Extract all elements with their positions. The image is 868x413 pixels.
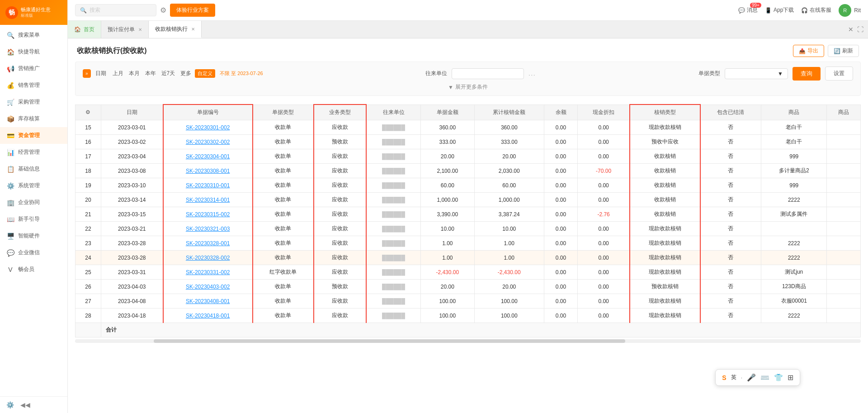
bill-no-link[interactable]: SK-20230328-002 <box>186 255 230 261</box>
bill-no-link[interactable]: SK-20230315-002 <box>186 211 230 218</box>
table-row[interactable]: 22 2023-03-21 SK-20230321-003 收款单 应收款 ██… <box>75 222 861 236</box>
more-dates-btn[interactable]: 更多 <box>179 69 193 78</box>
cell-write-off: 2,030.00 <box>474 164 544 178</box>
table-row[interactable]: 19 2023-03-10 SK-20230310-001 收款单 应收款 ██… <box>75 178 861 193</box>
tab-write-off[interactable]: 收款核销执行 ✕ <box>149 21 202 38</box>
sidebar-item-guide[interactable]: 📖新手引导 <box>0 211 67 228</box>
tab-write-off-close[interactable]: ✕ <box>191 27 195 32</box>
nav-label-system: 系统管理 <box>18 182 40 190</box>
tab-prepayment[interactable]: 预计应付单 ✕ <box>101 21 149 38</box>
filter-expand-button[interactable]: » <box>83 69 91 78</box>
table-row[interactable]: 17 2023-03-04 SK-20230304-001 收款单 应收款 ██… <box>75 149 861 164</box>
col-gear[interactable]: ⚙ <box>75 104 101 120</box>
sidebar-item-enterprise[interactable]: 🏢企业协同 <box>0 194 67 211</box>
cell-product2 <box>827 207 861 222</box>
sidebar-item-inventory[interactable]: 📦库存核算 <box>0 110 67 127</box>
cell-partner: ██████ <box>366 149 420 164</box>
cell-include-settled: 否 <box>700 207 761 222</box>
sidebar-item-marketing[interactable]: 📢营销推广 <box>0 60 67 77</box>
expand-more-button[interactable]: ▼ 展开更多条件 <box>448 83 488 91</box>
tab-prepayment-close[interactable]: ✕ <box>138 27 142 32</box>
bill-no-link[interactable]: SK-20230301-002 <box>186 124 230 131</box>
tab-close-all-icon[interactable]: ✕ <box>848 26 854 33</box>
sidebar-item-hardware[interactable]: 🖥️智能硬件 <box>0 228 67 244</box>
message-button[interactable]: 💬 消息 99+ <box>738 6 758 14</box>
gear-icon[interactable]: ⚙ <box>160 6 166 14</box>
sidebar-item-purchase[interactable]: 🛒采购管理 <box>0 94 67 110</box>
bill-no-link[interactable]: SK-20230302-002 <box>186 139 230 145</box>
last-month-btn[interactable]: 上月 <box>111 69 125 78</box>
ime-shirt-icon[interactable]: 👕 <box>774 373 783 382</box>
cell-product1: 老白干 <box>761 120 827 135</box>
sidebar-item-system[interactable]: ⚙️系统管理 <box>0 177 67 194</box>
cell-amount: 20.00 <box>420 280 474 294</box>
bill-no-link[interactable]: SK-20230408-001 <box>186 298 230 304</box>
cell-partner: ██████ <box>366 178 420 193</box>
query-button[interactable]: 查询 <box>793 67 821 81</box>
scrollbar[interactable] <box>75 339 861 343</box>
bill-no-link[interactable]: SK-20230418-001 <box>186 313 230 319</box>
online-service-button[interactable]: 🎧 在线客服 <box>801 6 831 14</box>
collapse-icon[interactable]: ◀◀ <box>20 401 30 408</box>
user-avatar-area[interactable]: R Rit <box>839 4 861 17</box>
sidebar-item-finance[interactable]: 💳资金管理 <box>0 127 67 144</box>
bill-no-link[interactable]: SK-20230308-001 <box>186 168 230 174</box>
table-row[interactable]: 26 2023-04-03 SK-20230403-002 收款单 预收款 ██… <box>75 280 861 294</box>
solution-button[interactable]: 体验行业方案 <box>170 4 215 17</box>
bill-type-select[interactable]: ▼ <box>725 68 788 79</box>
bill-no-link[interactable]: SK-20230310-001 <box>186 182 230 189</box>
table-row[interactable]: 24 2023-03-28 SK-20230328-002 收款单 应收款 ██… <box>75 251 861 265</box>
sidebar-item-wechat[interactable]: 💬企业微信 <box>0 244 67 261</box>
bill-no-link[interactable]: SK-20230321-003 <box>186 226 230 232</box>
topbar-search[interactable]: 🔍 搜索 <box>75 4 156 16</box>
bill-no-link[interactable]: SK-20230328-001 <box>186 240 230 247</box>
table-container[interactable]: ⚙ 日期 单据编号 单据类型 业务类型 往来单位 单据金额 累计核销金额 余额 … <box>75 104 861 413</box>
settings-icon[interactable]: ⚙️ <box>6 401 14 408</box>
scrollbar-thumb[interactable] <box>154 339 625 343</box>
this-month-btn[interactable]: 本月 <box>127 69 142 78</box>
bill-no-link[interactable]: SK-20230304-001 <box>186 153 230 160</box>
tab-expand-icon[interactable]: ⛶ <box>857 26 863 33</box>
sidebar-item-operations[interactable]: 📊经营管理 <box>0 144 67 161</box>
sidebar-item-member[interactable]: V畅会员 <box>0 261 67 278</box>
last-7-days-btn[interactable]: 近7天 <box>160 69 177 78</box>
ime-mic-icon[interactable]: 🎤 <box>747 373 756 382</box>
table-row[interactable]: 21 2023-03-15 SK-20230315-002 收款单 应收款 ██… <box>75 207 861 222</box>
table-row[interactable]: 16 2023-03-02 SK-20230302-002 收款单 预收款 ██… <box>75 135 861 149</box>
cell-write-off: 100.00 <box>474 294 544 309</box>
ime-keyboard-icon[interactable]: ⌨️ <box>760 373 769 382</box>
sidebar-item-sales[interactable]: 💰销售管理 <box>0 77 67 94</box>
sidebar-item-quick-nav[interactable]: 🏠快捷导航 <box>0 43 67 60</box>
table-row[interactable]: 27 2023-04-08 SK-20230408-001 收款单 应收款 ██… <box>75 294 861 309</box>
cell-balance: 0.00 <box>544 178 578 193</box>
refresh-button[interactable]: 🔄 刷新 <box>828 45 859 57</box>
cell-biz-type: 应收款 <box>314 120 366 135</box>
bill-no-link[interactable]: SK-20230403-002 <box>186 284 230 290</box>
cell-partner: ██████ <box>366 251 420 265</box>
app-download-button[interactable]: 📱 App下载 <box>765 6 794 14</box>
ime-grid-icon[interactable]: ⊞ <box>788 373 793 382</box>
bill-no-link[interactable]: SK-20230331-002 <box>186 269 230 275</box>
nav-icon-quick-nav: 🏠 <box>6 48 14 56</box>
table-row[interactable]: 20 2023-03-14 SK-20230314-001 收款单 应收款 ██… <box>75 193 861 207</box>
table-row[interactable]: 23 2023-03-28 SK-20230328-001 收款单 应收款 ██… <box>75 236 861 251</box>
nav-label-wechat: 企业微信 <box>18 249 40 256</box>
cell-cash-discount: 0.00 <box>578 120 630 135</box>
sidebar-item-search-menu[interactable]: 🔍搜索菜单 <box>0 27 67 43</box>
cell-write-off-type: 收款核销 <box>630 207 700 222</box>
table-row[interactable]: 25 2023-03-31 SK-20230331-002 红字收款单 应收款 … <box>75 265 861 280</box>
cell-bill-type: 收款单 <box>253 178 314 193</box>
this-year-btn[interactable]: 本年 <box>143 69 158 78</box>
settings-button[interactable]: 设置 <box>825 66 853 81</box>
sidebar-item-basic-info[interactable]: 📋基础信息 <box>0 161 67 177</box>
cell-include-settled: 否 <box>700 280 761 294</box>
table-row[interactable]: 28 2023-04-18 SK-20230418-001 收款单 应收款 ██… <box>75 309 861 323</box>
custom-date-btn[interactable]: 自定义 <box>195 69 215 78</box>
logo-icon: 畅 <box>5 6 18 19</box>
table-row[interactable]: 18 2023-03-08 SK-20230308-001 收款单 应收款 ██… <box>75 164 861 178</box>
bill-no-link[interactable]: SK-20230314-001 <box>186 197 230 203</box>
partner-filter-input[interactable] <box>452 68 524 79</box>
export-button[interactable]: 📤 导出 <box>793 45 824 57</box>
tab-home[interactable]: 🏠 首页 <box>68 21 101 38</box>
table-row[interactable]: 15 2023-03-01 SK-20230301-002 收款单 应收款 ██… <box>75 120 861 135</box>
